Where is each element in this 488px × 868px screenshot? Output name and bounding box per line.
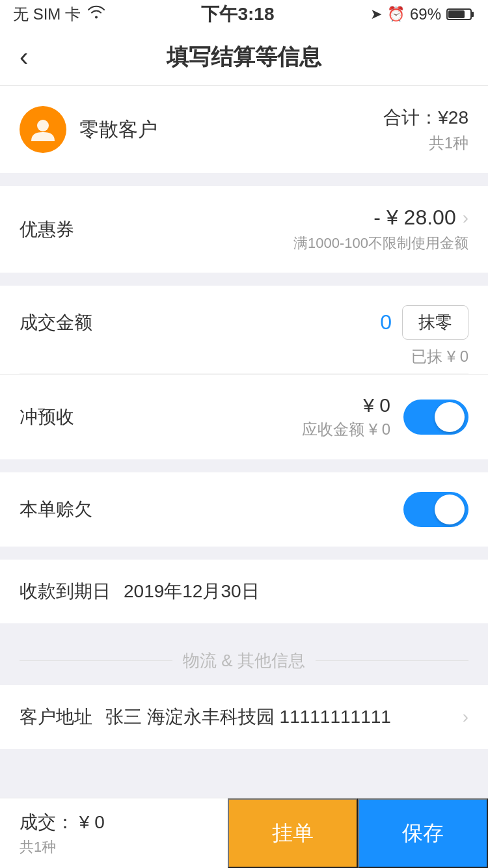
deal-amount-right: 0 抹零 [353,305,468,340]
svg-rect-2 [448,10,465,18]
carrier-text: 无 SIM 卡 [13,4,81,25]
debt-toggle[interactable] [403,492,468,527]
page-title: 填写结算等信息 [167,42,321,72]
battery-icon [446,7,475,21]
deal-amount-section: 成交金额 0 抹零 已抹 ¥ 0 [0,286,488,373]
coupon-desc: 满1000-100不限制使用金额 [293,234,468,253]
toggle-thumb [435,402,465,432]
address-section[interactable]: 客户地址 张三 海淀永丰科技园 11111111111 › [0,685,488,749]
deal-amount-row: 成交金额 0 抹零 [20,305,468,340]
svg-rect-1 [471,12,474,17]
toggle-thumb [435,495,465,524]
bottom-bar: 成交： ¥ 0 共1种 挂单 保存 [0,798,488,868]
prepay-row: 冲预收 ¥ 0 应收金额 ¥ 0 [20,394,468,440]
alarm-icon: ⏰ [387,6,405,23]
prepay-receivable: 应收金额 ¥ 0 [302,419,390,440]
customer-left: 零散客户 [20,106,157,153]
bottom-deal-label: 成交： [20,812,74,832]
location-icon: ➤ [370,6,382,23]
page-header: ‹ 填写结算等信息 [0,29,488,86]
address-label: 客户地址 [20,705,92,729]
debt-label: 本单赊欠 [20,497,92,522]
bottom-info: 成交： ¥ 0 共1种 [0,798,228,868]
logistics-line-left [20,660,172,661]
address-value: 张三 海淀永丰科技园 11111111111 [105,705,463,729]
coupon-amount: - ¥ 28.00 [373,206,455,230]
time-display: 下午3:18 [201,2,274,27]
logistics-line-right [316,660,468,661]
hold-button[interactable]: 挂单 [228,798,358,868]
prepay-right: ¥ 0 应收金额 ¥ 0 [302,394,468,440]
status-bar: 无 SIM 卡 下午3:18 ➤ ⏰ 69% [0,0,488,29]
bottom-deal-value: ¥ 0 [79,812,105,832]
save-button[interactable]: 保存 [358,798,488,868]
deal-amount-label: 成交金额 [20,310,92,335]
bottom-count: 共1种 [20,837,208,857]
prepay-values: ¥ 0 应收金额 ¥ 0 [302,394,390,440]
svg-point-3 [37,120,49,131]
customer-total: 合计：¥28 [383,105,468,130]
deal-amount-value[interactable]: 0 [353,310,392,334]
coupon-label: 优惠券 [20,217,74,242]
deal-sub-label: 已抹 ¥ 0 [20,346,468,367]
debt-section: 本单赊欠 [0,472,488,547]
customer-name: 零散客户 [79,116,157,143]
back-button[interactable]: ‹ [20,42,28,72]
due-date-section: 收款到期日 2019年12月30日 [0,560,488,623]
prepay-toggle[interactable] [403,400,468,435]
due-date-row: 收款到期日 2019年12月30日 [20,579,468,604]
due-date-value[interactable]: 2019年12月30日 [124,579,260,604]
customer-count: 共1种 [383,133,468,154]
wifi-icon [87,5,105,23]
status-left: 无 SIM 卡 [13,4,105,25]
logistics-divider: 物流 & 其他信息 [0,636,488,685]
due-date-label: 收款到期日 [20,579,111,604]
deal-prepay-section: 成交金额 0 抹零 已抹 ¥ 0 冲预收 ¥ 0 应收金额 ¥ 0 [0,286,488,459]
coupon-chevron-icon: › [463,208,468,228]
battery-text: 69% [410,5,441,23]
logistics-label: 物流 & 其他信息 [20,649,468,672]
status-right: ➤ ⏰ 69% [370,5,475,23]
address-chevron-icon: › [463,707,468,727]
prepay-label: 冲预收 [20,405,74,429]
customer-section: 零散客户 合计：¥28 共1种 [0,86,488,173]
customer-right: 合计：¥28 共1种 [383,105,468,154]
round-button[interactable]: 抹零 [402,305,468,340]
prepay-amount: ¥ 0 [302,394,390,416]
avatar [20,106,66,153]
bottom-deal: 成交： ¥ 0 [20,810,208,835]
coupon-section[interactable]: 优惠券 - ¥ 28.00 › 满1000-100不限制使用金额 [0,186,488,273]
prepay-section: 冲预收 ¥ 0 应收金额 ¥ 0 [0,374,488,459]
